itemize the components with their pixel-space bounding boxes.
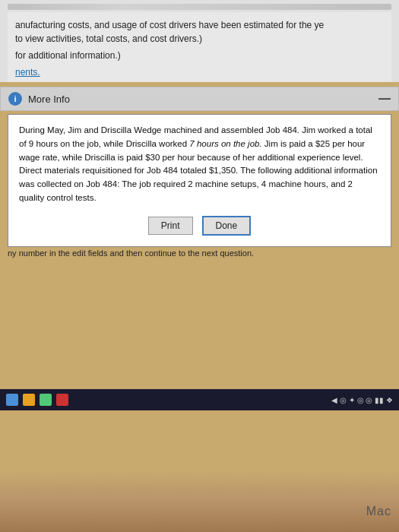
done-button[interactable]: Done <box>202 216 252 236</box>
taskbar-time: ◀ ◎ ✦ ◎ ◎ ▮▮ ❖ <box>331 396 393 404</box>
modal-button-row: Print Done <box>19 216 380 236</box>
print-button[interactable]: Print <box>148 217 193 235</box>
desk-surface: Mac <box>0 471 399 532</box>
modal-body-text: During May, Jim and Driscilla Wedge mach… <box>19 124 380 205</box>
more-info-bar[interactable]: i More Info — <box>0 87 399 111</box>
intro-text-section: anufacturing costs, and usage of cost dr… <box>8 12 391 82</box>
more-info-label: More Info <box>28 93 70 105</box>
taskbar-icon-1[interactable] <box>6 394 18 406</box>
taskbar-icon-3[interactable] <box>40 394 52 406</box>
more-info-left: i More Info <box>8 92 70 106</box>
taskbar-right: ◀ ◎ ✦ ◎ ◎ ▮▮ ❖ <box>331 396 393 404</box>
modal-dialog: During May, Jim and Driscilla Wedge mach… <box>8 114 391 247</box>
mac-label: Mac <box>366 505 391 518</box>
intro-line-1: anufacturing costs, and usage of cost dr… <box>15 18 384 32</box>
top-content-area: anufacturing costs, and usage of cost dr… <box>0 0 399 82</box>
taskbar-icon-4[interactable] <box>56 394 68 406</box>
intro-line-2: to view activities, total costs, and cos… <box>15 32 384 46</box>
taskbar-icon-2[interactable] <box>23 394 35 406</box>
taskbar-left <box>6 394 68 406</box>
collapse-icon[interactable]: — <box>378 92 391 106</box>
intro-line-4[interactable]: nents. <box>15 65 384 79</box>
taskbar: ◀ ◎ ✦ ◎ ◎ ▮▮ ❖ <box>0 389 399 410</box>
intro-line-3: for additional information.) <box>15 49 384 62</box>
info-icon: i <box>8 92 22 106</box>
